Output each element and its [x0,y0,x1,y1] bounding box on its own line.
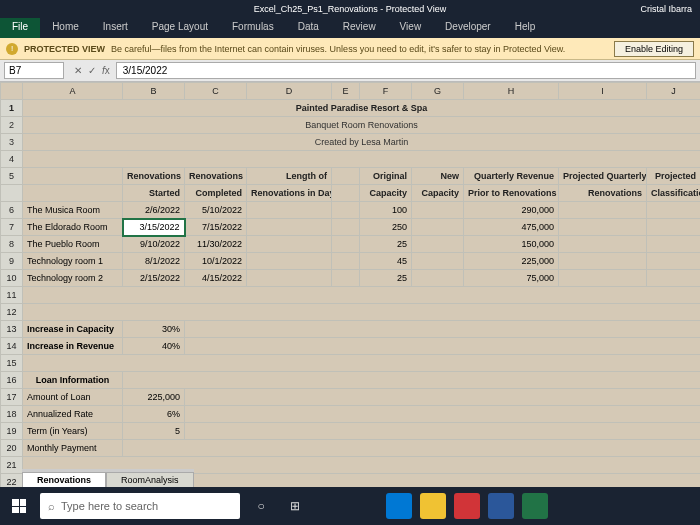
row-header[interactable]: 5 [1,168,23,185]
formula-bar: ✕ ✓ fx [0,60,700,82]
tab-view[interactable]: View [388,18,434,38]
table-row: 8The Pueblo Room9/10/202211/30/202225150… [1,236,701,253]
title-bar: Excel_Ch25_Ps1_Renovations - Protected V… [0,0,700,18]
col-header[interactable]: G [412,83,464,100]
tab-formulas[interactable]: Formulas [220,18,286,38]
window-title: Excel_Ch25_Ps1_Renovations - Protected V… [254,4,446,14]
tab-review[interactable]: Review [331,18,388,38]
active-cell[interactable]: 3/15/2022 [123,219,185,236]
taskbar-search[interactable]: ⌕ Type here to search [40,493,240,519]
excel-icon[interactable] [522,493,548,519]
row-header[interactable]: 1 [1,100,23,117]
sheet-tab-renovations[interactable]: Renovations [22,472,106,487]
cells-grid[interactable]: A B C D E F G H I J 1Painted Paradise Re… [0,82,700,487]
table-row: 10Technology room 22/15/20224/15/2022257… [1,270,701,287]
sheet-subtitle: Banquet Room Renovations [23,117,701,134]
tab-developer[interactable]: Developer [433,18,503,38]
search-icon: ⌕ [48,500,55,512]
row-header[interactable]: 2 [1,117,23,134]
task-view-icon[interactable]: ⊞ [282,493,308,519]
col-header[interactable]: D [247,83,332,100]
table-row: 6The Musica Room2/6/20225/10/2022100290,… [1,202,701,219]
cancel-icon[interactable]: ✕ [74,65,82,76]
tab-data[interactable]: Data [286,18,331,38]
row-header[interactable]: 3 [1,134,23,151]
table-row: 7The Eldorado Room3/15/20227/15/20222504… [1,219,701,236]
edge-icon[interactable] [386,493,412,519]
ribbon-tabs: File Home Insert Page Layout Formulas Da… [0,18,700,38]
sheet-title: Painted Paradise Resort & Spa [23,100,701,117]
cortana-icon[interactable]: ○ [248,493,274,519]
row-header[interactable]: 4 [1,151,23,168]
security-icon[interactable] [454,493,480,519]
protected-view-bar: ! PROTECTED VIEW Be careful—files from t… [0,38,700,60]
select-all-corner[interactable] [1,83,23,100]
user-label: Cristal Ibarra [640,4,692,14]
fx-icon[interactable]: fx [102,65,110,76]
shield-icon: ! [6,43,18,55]
explorer-icon[interactable] [420,493,446,519]
windows-start-button[interactable] [6,493,32,519]
taskbar: ⌕ Type here to search ○ ⊞ [0,487,700,525]
col-header[interactable]: F [360,83,412,100]
col-header[interactable]: C [185,83,247,100]
formula-input[interactable] [116,62,696,79]
sheet-tabs: Renovations RoomAnalysis [22,469,194,487]
col-header[interactable]: J [647,83,701,100]
tab-help[interactable]: Help [503,18,548,38]
protected-msg: Be careful—files from the Internet can c… [111,44,565,54]
col-header[interactable]: A [23,83,123,100]
accept-icon[interactable]: ✓ [88,65,96,76]
name-box[interactable] [4,62,64,79]
col-header[interactable]: H [464,83,559,100]
enable-editing-button[interactable]: Enable Editing [614,41,694,57]
sheet-byline: Created by Lesa Martin [23,134,701,151]
formula-controls: ✕ ✓ fx [68,65,116,76]
tab-page-layout[interactable]: Page Layout [140,18,220,38]
word-icon[interactable] [488,493,514,519]
protected-label: PROTECTED VIEW [24,44,105,54]
tab-insert[interactable]: Insert [91,18,140,38]
search-placeholder: Type here to search [61,500,158,512]
spreadsheet-area[interactable]: A B C D E F G H I J 1Painted Paradise Re… [0,82,700,487]
col-header[interactable]: I [559,83,647,100]
windows-icon [12,499,26,513]
tab-file[interactable]: File [0,18,40,38]
tab-home[interactable]: Home [40,18,91,38]
sheet-tab-roomanalysis[interactable]: RoomAnalysis [106,472,194,487]
table-row: 9Technology room 18/1/202210/1/202245225… [1,253,701,270]
col-header[interactable]: E [332,83,360,100]
col-header[interactable]: B [123,83,185,100]
